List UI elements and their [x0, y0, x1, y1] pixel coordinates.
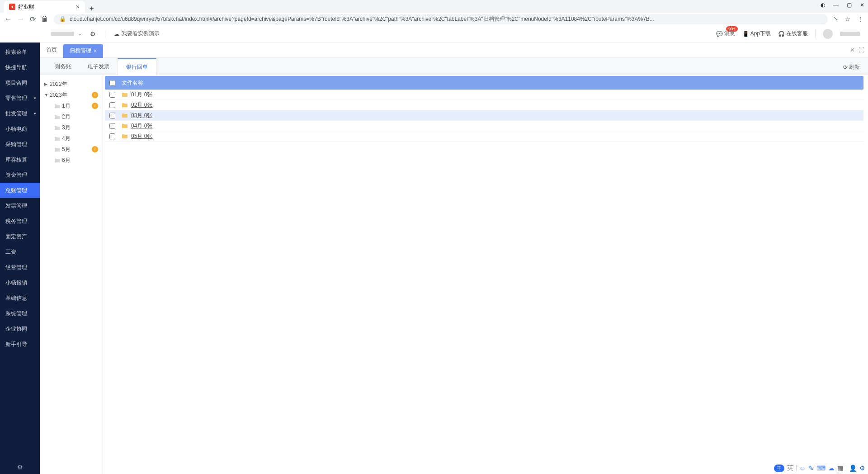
- file-name-link[interactable]: 02月 0张: [131, 101, 152, 109]
- file-name-link[interactable]: 03月 0张: [131, 112, 152, 119]
- fullscreen-icon[interactable]: ⛶: [859, 47, 864, 53]
- tree-month-5[interactable]: 5月 i: [40, 144, 103, 155]
- tabs-right-controls: ✕ ⛶: [850, 47, 868, 53]
- subtab-einvoice[interactable]: 电子发票: [80, 59, 118, 75]
- org-selector[interactable]: ⌄: [45, 29, 87, 38]
- header-filename: 文件名称: [122, 79, 143, 87]
- sidebar-item[interactable]: 税务管理: [0, 213, 40, 229]
- tree-year-2023[interactable]: ▼ 2023年 i: [40, 90, 103, 100]
- ime-user-icon[interactable]: 👤: [849, 465, 857, 472]
- tab-close-icon[interactable]: ×: [76, 3, 80, 10]
- ime-edit-icon[interactable]: ✎: [808, 465, 814, 472]
- sidebar-item[interactable]: 快捷导航: [0, 60, 40, 75]
- sidebar-item[interactable]: 总账管理: [0, 183, 40, 198]
- select-all-checkbox[interactable]: [109, 80, 115, 86]
- sidebar-item[interactable]: 新手引导: [0, 337, 40, 352]
- url-field[interactable]: 🔒 cloud.chanjet.com/cc/u6d89qwnryel/57bf…: [54, 14, 828, 24]
- incognito-icon[interactable]: ◐: [821, 2, 825, 8]
- org-settings-icon[interactable]: ⚙: [90, 30, 96, 38]
- app-dl-label: App下载: [750, 30, 771, 38]
- sidebar-item[interactable]: 零售管理▾: [0, 90, 40, 106]
- maximize-icon[interactable]: ▢: [847, 2, 852, 8]
- ime-emoji-icon[interactable]: ☺: [799, 465, 806, 472]
- install-icon[interactable]: ⇲: [833, 15, 839, 23]
- sidebar-settings[interactable]: ⚙: [0, 460, 40, 474]
- sidebar-item[interactable]: 采购管理: [0, 137, 40, 152]
- file-row[interactable]: 04月 0张: [105, 121, 863, 131]
- delete-icon[interactable]: 🗑: [41, 15, 48, 23]
- tree-month-4[interactable]: 4月: [40, 133, 103, 144]
- sidebar-item[interactable]: 批发管理▾: [0, 106, 40, 121]
- browser-tab[interactable]: ♦ 好业财 ×: [4, 1, 85, 13]
- file-row[interactable]: 01月 0张: [105, 90, 863, 100]
- file-row[interactable]: 02月 0张: [105, 100, 863, 110]
- warning-badge: i: [92, 146, 98, 152]
- messages-button[interactable]: 💬 消息 99+: [716, 30, 735, 38]
- tab-home[interactable]: 首页: [40, 43, 63, 57]
- row-checkbox[interactable]: [109, 113, 115, 118]
- tabs-close-all-icon[interactable]: ✕: [850, 47, 855, 53]
- sidebar-item[interactable]: 系统管理: [0, 306, 40, 321]
- sidebar-item[interactable]: 项目合同: [0, 75, 40, 90]
- file-name-link[interactable]: 01月 0张: [131, 91, 152, 99]
- tree-label: 4月: [62, 135, 71, 142]
- sidebar-item[interactable]: 库存核算: [0, 152, 40, 167]
- tab-close-icon[interactable]: ×: [94, 48, 97, 54]
- address-bar: ← → ⟳ 🗑 🔒 cloud.chanjet.com/cc/u6d89qwnr…: [0, 13, 868, 25]
- tree-year-2022[interactable]: ▶ 2022年: [40, 79, 103, 90]
- reload-button[interactable]: ⟳: [30, 15, 36, 24]
- sidebar-item[interactable]: 资金管理: [0, 167, 40, 183]
- support-button[interactable]: 🎧 在线客服: [778, 30, 808, 38]
- ime-screenshot-icon[interactable]: ▦: [837, 465, 843, 472]
- file-name-link[interactable]: 05月 0张: [131, 133, 152, 140]
- sidebar-item[interactable]: 基础信息: [0, 290, 40, 306]
- ime-settings-icon[interactable]: ⚙: [859, 465, 865, 472]
- row-checkbox[interactable]: [109, 123, 115, 129]
- tree-month-2[interactable]: 2月: [40, 111, 103, 122]
- sidebar-item[interactable]: 发票管理: [0, 198, 40, 213]
- ime-lang[interactable]: 英: [787, 464, 793, 472]
- subtab-finance[interactable]: 财务账: [47, 59, 80, 75]
- tree-label: 5月: [62, 146, 71, 153]
- folder-icon: [54, 136, 60, 141]
- tree-month-1[interactable]: 1月 i: [40, 100, 103, 111]
- collapse-icon: ▼: [44, 93, 50, 97]
- menu-icon[interactable]: ⋮: [857, 15, 863, 23]
- row-checkbox[interactable]: [109, 92, 115, 98]
- ime-cloud-icon[interactable]: ☁: [828, 465, 835, 472]
- refresh-button[interactable]: ⟳ 刷新: [843, 63, 860, 75]
- avatar[interactable]: [823, 29, 833, 39]
- row-checkbox[interactable]: [109, 102, 115, 108]
- tree-label: 2023年: [50, 91, 67, 99]
- sidebar-item[interactable]: 工资: [0, 244, 40, 260]
- sidebar-item[interactable]: 小畅报销: [0, 275, 40, 290]
- sidebar-item[interactable]: 搜索菜单: [0, 44, 40, 60]
- tab-archive[interactable]: 归档管理 ×: [63, 44, 103, 58]
- file-list: 文件名称 01月 0张 02月 0张 03月 0张 04月 0张 05月 0张: [103, 75, 868, 474]
- sidebar-item[interactable]: 固定资产: [0, 229, 40, 244]
- demo-link[interactable]: ☁ 我要看实例演示: [105, 30, 160, 38]
- ime-keyboard-icon[interactable]: ⌨: [816, 465, 826, 472]
- file-row[interactable]: 05月 0张: [105, 131, 863, 142]
- sidebar-item[interactable]: 小畅电商: [0, 121, 40, 137]
- app-download-button[interactable]: 📱 App下载: [742, 30, 771, 38]
- ime-main-icon[interactable]: 王: [774, 465, 784, 472]
- minimize-icon[interactable]: —: [833, 2, 839, 8]
- row-checkbox[interactable]: [109, 133, 115, 139]
- subtab-bank[interactable]: 银行回单: [118, 58, 156, 75]
- tree-month-6[interactable]: 6月: [40, 155, 103, 166]
- back-button[interactable]: ←: [5, 15, 12, 23]
- folder-icon: [122, 113, 128, 118]
- tree-month-3[interactable]: 3月: [40, 122, 103, 133]
- new-tab-button[interactable]: +: [85, 5, 98, 13]
- folder-icon: [122, 92, 128, 97]
- close-window-icon[interactable]: ✕: [860, 2, 864, 8]
- forward-button[interactable]: →: [17, 15, 24, 23]
- file-list-header: 文件名称: [105, 76, 863, 90]
- file-row[interactable]: 03月 0张: [105, 110, 863, 121]
- sidebar-item[interactable]: 企业协同: [0, 321, 40, 337]
- tree-label: 3月: [62, 124, 71, 132]
- star-icon[interactable]: ☆: [845, 15, 851, 23]
- file-name-link[interactable]: 04月 0张: [131, 122, 152, 130]
- sidebar-item[interactable]: 经营管理: [0, 260, 40, 275]
